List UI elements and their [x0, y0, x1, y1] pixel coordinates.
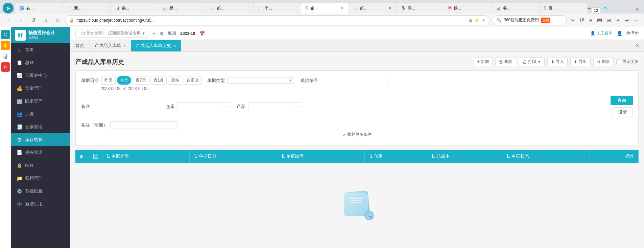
close-panel-button[interactable]: ✕ — [635, 42, 640, 49]
url-dropdown-icon[interactable]: ▼ — [482, 18, 485, 22]
tab-list-close[interactable]: ✕ — [123, 44, 126, 48]
sidebar-item-home[interactable]: ⌂ 首页 — [11, 43, 70, 56]
col-cost[interactable]: ⇅ 总成本 — [427, 150, 502, 163]
product-select[interactable]: ⋯ — [248, 102, 302, 111]
bookmark-button[interactable]: ☆ — [53, 16, 62, 25]
translate-icon[interactable]: 译 — [578, 16, 586, 25]
sidebar-item-tax[interactable]: 📑 税务管理 — [11, 146, 70, 159]
company-select[interactable]: （勿删勿禁用） 江西朗宝测试专用 ▼ — [75, 29, 148, 38]
minimize-button[interactable]: — — [612, 5, 620, 14]
forward-button[interactable]: › — [16, 16, 26, 25]
product-more-dots[interactable]: ⋯ — [294, 104, 299, 110]
date-custom[interactable]: 自定义 — [184, 76, 202, 85]
tab-12[interactable]: S 目... — [540, 3, 587, 14]
col-number[interactable]: ⇅ 单据编号 — [277, 150, 365, 163]
sidebar-item-assets[interactable]: 🏢 固定资产 — [11, 95, 70, 108]
sun-icon[interactable]: ☀ — [615, 16, 622, 24]
sidebar-item-invoice[interactable]: 🧾 发票管理 — [11, 120, 70, 133]
tab-4[interactable]: 📊 易... — [158, 3, 206, 14]
sidebar-item-inventory[interactable]: ⊞ 库存核算 — [11, 133, 70, 146]
app-icon-mail[interactable]: ✉ — [1, 62, 10, 72]
new-tab-button[interactable]: + — [587, 4, 591, 14]
tab-2[interactable]: 📄 新... — [63, 3, 110, 14]
browser-back-icon[interactable]: ➤ — [3, 3, 14, 14]
col-date[interactable]: ⇅ 单据日期 — [190, 150, 277, 163]
user-service-link[interactable]: 👤 人工咨询 — [590, 30, 613, 36]
close-button[interactable]: ✕ — [633, 5, 641, 14]
show-detail-toggle[interactable]: 显示明细 — [616, 59, 639, 65]
app-icon-main[interactable]: C — [1, 30, 10, 39]
add-period-btn[interactable]: + — [152, 30, 156, 37]
back-button[interactable]: ‹ — [4, 16, 14, 25]
app-icon-reports[interactable]: 📊 — [1, 51, 10, 61]
header-checkbox[interactable] — [93, 154, 98, 159]
tab-count[interactable]: 12 — [592, 7, 600, 14]
type-select[interactable]: ▼ — [228, 77, 295, 84]
shirt-icon[interactable]: 👕 — [601, 5, 609, 14]
tab-1[interactable]: 🌀 在... — [15, 3, 63, 14]
tab-6[interactable]: 📄 个... — [254, 3, 301, 14]
sidebar-item-closing[interactable]: 🔒 结账 — [11, 159, 70, 172]
warehouse-select[interactable]: ⋯ — [177, 102, 231, 111]
url-bar[interactable]: 🔒 https://cloud.chanjet.com/accounting/u… — [65, 15, 490, 25]
sidebar-item-new[interactable]: ➕ 新增引用 — [11, 198, 70, 210]
show-detail-checkbox[interactable] — [616, 60, 621, 64]
date-yesterday[interactable]: 昨天 — [101, 76, 116, 85]
refresh-button[interactable]: ↺ — [28, 16, 38, 25]
sidebar-item-payroll[interactable]: 👥 工资 — [11, 108, 70, 120]
url-grid-icon[interactable]: ⊞ — [469, 18, 472, 23]
note-input[interactable] — [93, 103, 160, 110]
delete-button[interactable]: 🗑 删除 — [495, 57, 516, 66]
warehouse-more-dots[interactable]: ⋯ — [223, 104, 228, 110]
query-button[interactable]: 查询 — [611, 96, 633, 105]
add-button[interactable]: + 新增 — [474, 57, 493, 66]
sidebar-item-ledger[interactable]: 📋 总账 — [11, 56, 70, 69]
col-warehouse[interactable]: ⇅ 仓库 — [364, 150, 427, 163]
yen-icon[interactable]: ¥ — [588, 16, 593, 24]
page-tab-list[interactable]: 产成品入库单 ✕ — [90, 40, 131, 51]
url-flash-icon[interactable]: ⚡ — [474, 18, 480, 23]
undo-icon[interactable]: ↩ — [624, 16, 630, 24]
refresh-button[interactable]: ↺ 刷新 — [593, 57, 614, 66]
breadcrumb-home[interactable]: 首页 — [70, 40, 90, 51]
tab-11[interactable]: 📊 各... — [492, 3, 539, 14]
date-more[interactable]: 更多 — [168, 76, 182, 85]
home-button[interactable]: ⌂ — [41, 16, 50, 25]
sidebar-item-reports[interactable]: 📈 云报表中心 — [11, 69, 70, 82]
print-button[interactable]: 🖨 打印 ▼ — [519, 57, 545, 66]
tab-3[interactable]: 📊 易... — [111, 3, 158, 14]
date-7days[interactable]: 近7天 — [133, 76, 149, 85]
collapse-btn-row[interactable]: ∧ 收起更多条件 — [81, 129, 633, 140]
date-1month[interactable]: 近1月 — [150, 76, 167, 85]
export-button[interactable]: ⬆ 导出 — [570, 57, 591, 66]
note-detail-input[interactable] — [110, 121, 178, 129]
tab-7[interactable]: C 企... ✕ — [301, 3, 349, 14]
tab-10[interactable]: M 畅... — [444, 3, 492, 14]
import-button[interactable]: ⬇ 导入 — [547, 57, 568, 66]
search-bar[interactable]: 🔍 360智能抠图免费用 热搜 — [493, 15, 567, 25]
number-input[interactable] — [321, 77, 388, 84]
tab-5[interactable]: ☁️ 好... — [206, 3, 253, 14]
col-settings[interactable]: ⚙ — [75, 150, 89, 163]
col-status[interactable]: ⇅ 单据状态 — [502, 150, 590, 163]
tab-history-close[interactable]: ✕ — [173, 44, 176, 48]
tab-8[interactable]: ☁️ 好... ✕ — [349, 3, 396, 14]
page-tab-history[interactable]: 产成品入库单历史 ✕ — [131, 40, 181, 51]
tab-9[interactable]: 🐧 腾... — [397, 3, 444, 14]
grid-icon[interactable]: ⊞ — [606, 16, 613, 24]
tab-8-close[interactable]: ✕ — [388, 5, 392, 11]
more-icon[interactable]: ⋯ — [633, 16, 640, 24]
sidebar-item-archive[interactable]: 📁 归档管理 — [11, 172, 70, 185]
calendar-icon[interactable]: 📅 — [199, 31, 205, 36]
period-settings-icon[interactable]: ⚙ — [160, 31, 164, 36]
tab-7-close[interactable]: ✕ — [340, 5, 344, 11]
sidebar-item-finance[interactable]: 💰 资金管理 — [11, 82, 70, 95]
col-checkbox[interactable] — [89, 150, 102, 163]
app-icon-star[interactable]: ⭐ — [1, 41, 10, 50]
game-icon[interactable]: 🎮 — [595, 16, 604, 24]
maximize-button[interactable]: ⬜ — [622, 5, 630, 14]
settings-search-button[interactable]: 设置 — [613, 107, 633, 117]
date-today[interactable]: 今天 — [117, 76, 131, 85]
col-type[interactable]: ⇅ 单据类型 — [102, 150, 190, 163]
scissors-icon[interactable]: ✂ — [570, 16, 576, 24]
